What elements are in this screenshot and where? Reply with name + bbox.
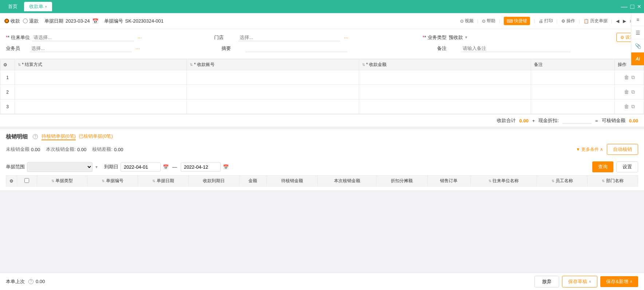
tab-home[interactable]: 首页: [3, 2, 23, 11]
voucher-range-select[interactable]: [27, 162, 93, 172]
business-type-dropdown[interactable]: 预收款 ▼: [449, 34, 468, 41]
help-btn[interactable]: ⊙ 帮助: [482, 18, 495, 24]
sort-icon: ⇅: [602, 179, 605, 183]
form-row-2: 业务员 ··· 摘要 备注: [6, 45, 638, 52]
copy-icon-3[interactable]: ⧉: [631, 103, 635, 110]
business-type-field: * * 业务类型 预收款 ▼: [423, 34, 616, 41]
nav-prev-icon[interactable]: ◀: [616, 19, 619, 24]
delete-icon-1[interactable]: 🗑: [624, 74, 629, 81]
amount-2[interactable]: [359, 85, 531, 99]
operation-btn[interactable]: ⚙ 操作: [561, 18, 575, 24]
store-more-btn[interactable]: ···: [342, 35, 350, 40]
col-amount-header: 金额: [239, 176, 267, 187]
amount-3[interactable]: [359, 99, 531, 114]
history-btn[interactable]: 📋 历史单据: [584, 18, 608, 24]
calendar-icon[interactable]: 📅: [92, 18, 98, 24]
tab-done[interactable]: 已核销单据(0笔): [79, 133, 113, 140]
radio-refund[interactable]: 退款: [23, 18, 39, 24]
filter-row: 单据范围 ▼ 到期日 📅 — 📅 查询 设置: [6, 158, 638, 175]
more-filter-btn[interactable]: ▼ 更多条件 ∧: [576, 146, 603, 153]
net-label: 可核销金额: [602, 117, 625, 124]
section-title: 核销明细 ? 待核销单据(0笔) 已核销单据(0笔): [6, 133, 638, 140]
main-table-area: ⚙ ⇅ * 结算方式 ⇅ * 收款账号 ⇅ * 收款金额 备注: [0, 59, 644, 114]
col-checkbox-header[interactable]: [17, 176, 37, 187]
remark-1[interactable]: [531, 70, 615, 85]
minimize-icon[interactable]: —: [621, 3, 628, 11]
tab-close-icon[interactable]: ×: [45, 4, 47, 9]
sidebar-attach-icon[interactable]: 📎: [631, 39, 644, 52]
nav-next-icon[interactable]: ▶: [623, 19, 626, 24]
account-3[interactable]: [187, 99, 359, 114]
due-date-end[interactable]: [181, 162, 221, 172]
chevron-up-icon: ∧: [600, 147, 603, 152]
sort-icon: ⇅: [362, 63, 365, 67]
store-input[interactable]: [238, 34, 340, 41]
total-value: 0.00: [519, 118, 529, 124]
amount-1[interactable]: [359, 70, 531, 85]
sidebar-list-icon[interactable]: ☰: [631, 26, 644, 39]
sidebar-table-icon[interactable]: ≡: [631, 13, 644, 26]
summary-input[interactable]: [246, 45, 347, 52]
toolbar: 收款 退款 单据日期 2023-03-24 📅 单据编号 SK-20230324…: [0, 13, 644, 29]
remark-2[interactable]: [531, 85, 615, 99]
table-row: 3 🗑 ⧉: [0, 99, 644, 114]
account-1[interactable]: [187, 70, 359, 85]
due-date-start[interactable]: [121, 162, 161, 172]
print-icon: 🖨: [539, 19, 543, 24]
sidebar-ai-icon[interactable]: Ai: [631, 52, 644, 66]
table-row: 2 🗑 ⧉: [0, 85, 644, 99]
sort-icon: ⇅: [152, 179, 155, 183]
counterpart-more-btn[interactable]: ···: [136, 35, 144, 40]
print-btn[interactable]: 🖨 打印: [539, 18, 553, 24]
save-draft-btn[interactable]: 保存草稿 ∧: [562, 276, 597, 287]
discard-btn[interactable]: 放弃: [534, 276, 559, 287]
tab-pending[interactable]: 待核销单据(0笔): [42, 133, 76, 140]
settlement-2[interactable]: [15, 85, 187, 99]
video-btn[interactable]: ⊙ 视频: [460, 18, 474, 24]
this-verify-stat: 本次核销金额: 0.00: [46, 146, 86, 153]
filter-right: ▼ 更多条件 ∧ 自动核销: [576, 144, 638, 155]
counterpart-input[interactable]: [32, 34, 134, 41]
bottom-settings-btn[interactable]: 设置: [616, 161, 638, 172]
maximize-icon[interactable]: □: [631, 3, 635, 11]
calendar-start-icon[interactable]: 📅: [163, 164, 169, 170]
settlement-3[interactable]: [15, 99, 187, 114]
col-pending-header: 待核销金额: [267, 176, 318, 187]
copy-icon-2[interactable]: ⧉: [631, 89, 635, 95]
col-settlement-header: ⇅ * 结算方式: [15, 59, 187, 70]
remark-input[interactable]: [461, 45, 570, 52]
number-value: SK-20230324-001: [125, 18, 164, 24]
copy-icon-1[interactable]: ⧉: [631, 74, 635, 81]
table-settings-header[interactable]: ⚙: [0, 59, 15, 70]
bottom-table: ⚙ ⇅ 单据类型 ⇅ 单据编号 ⇅ 单据日期 收款到期日: [6, 175, 638, 187]
bottom-settings-icon[interactable]: ⚙: [9, 179, 13, 184]
close-icon[interactable]: ×: [637, 3, 641, 11]
discount-input[interactable]: [562, 118, 592, 124]
col-amount-header: ⇅ * 收款金额: [359, 59, 531, 70]
select-all-checkbox[interactable]: [24, 178, 29, 183]
salesperson-input[interactable]: [30, 45, 132, 52]
store-label: 门店: [214, 34, 236, 41]
checkbox-header[interactable]: ⚙: [6, 176, 17, 187]
tab-receipt[interactable]: 收款单 ×: [24, 2, 52, 11]
account-2[interactable]: [187, 85, 359, 99]
save-new-btn[interactable]: 保存&新增 ∧: [600, 276, 638, 287]
sort-icon: ⇅: [102, 179, 105, 183]
date-field: 单据日期 2023-03-24 📅: [44, 18, 98, 24]
info-icon[interactable]: ?: [33, 134, 38, 139]
remark-3[interactable]: [531, 99, 615, 114]
shortcut-btn[interactable]: ⌨ 快捷键: [504, 17, 530, 25]
calendar-end-icon[interactable]: 📅: [223, 164, 229, 170]
radio-receipt[interactable]: 收款: [4, 18, 20, 24]
counterpart-field: * * 往来单位 ···: [6, 34, 200, 41]
settlement-1[interactable]: [15, 70, 187, 85]
sort-icon: ⇅: [190, 63, 193, 67]
delete-icon-3[interactable]: 🗑: [624, 103, 629, 110]
salesperson-more-btn[interactable]: ···: [134, 46, 141, 51]
query-btn[interactable]: 查询: [592, 161, 613, 172]
store-field: 门店 ···: [214, 34, 408, 41]
delete-icon-2[interactable]: 🗑: [624, 89, 629, 95]
auto-verify-btn[interactable]: 自动核销: [607, 144, 638, 155]
info-icon-footer[interactable]: ?: [28, 279, 34, 284]
verification-section: 核销明细 ? 待核销单据(0笔) 已核销单据(0笔) 未核销金额 0.00 本次…: [0, 129, 644, 190]
